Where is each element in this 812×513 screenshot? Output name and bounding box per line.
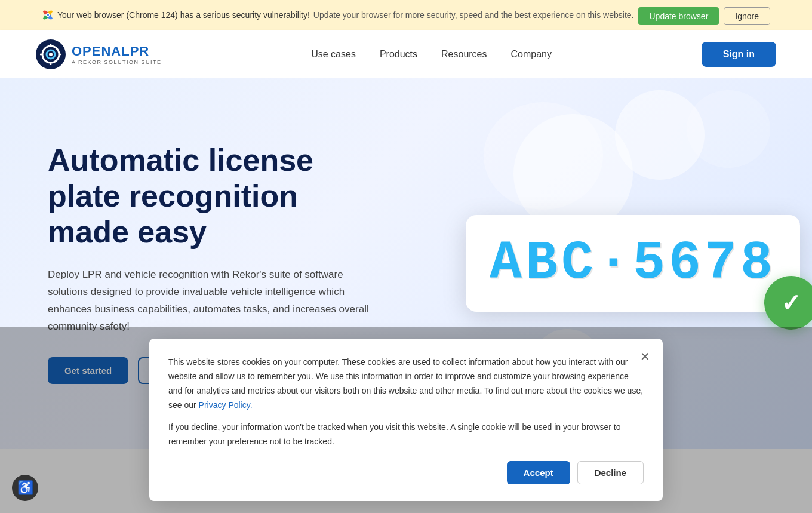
logo-icon — [36, 39, 66, 69]
update-browser-button[interactable]: Update browser — [638, 7, 719, 25]
svg-point-11 — [687, 90, 770, 168]
checkmark-badge — [764, 276, 812, 330]
logo-text: OPENALPR A REKOR SOLUTION SUITE — [72, 44, 162, 65]
nav-company[interactable]: Company — [511, 49, 552, 60]
cookie-close-button[interactable]: ✕ — [636, 348, 653, 365]
signin-button[interactable]: Sign in — [702, 42, 776, 67]
security-banner: Your web browser (Chrome 124) has a seri… — [0, 0, 812, 30]
logo[interactable]: OPENALPR A REKOR SOLUTION SUITE — [36, 39, 162, 69]
cookie-text-2: If you decline, your information won't b… — [168, 420, 644, 449]
blob-decoration-2 — [681, 84, 776, 174]
cookie-text-1: This website stores cookies on your comp… — [168, 355, 644, 412]
nav-products[interactable]: Products — [380, 49, 417, 60]
chrome-icon — [42, 9, 54, 21]
hero-description: Deploy LPR and vehicle recognition with … — [48, 266, 382, 336]
security-detail-text: Update your browser for more security, s… — [313, 10, 634, 20]
logo-name: OPENALPR — [72, 44, 162, 59]
plate-text: ABC·5678 — [490, 233, 776, 294]
blob-decoration — [478, 96, 609, 216]
ignore-button[interactable]: Ignore — [724, 7, 770, 25]
logo-subtitle: A REKOR SOLUTION SUITE — [72, 59, 162, 65]
privacy-policy-link[interactable]: Privacy Policy. — [199, 400, 253, 410]
nav-use-cases[interactable]: Use cases — [311, 49, 356, 60]
nav-resources[interactable]: Resources — [441, 49, 487, 60]
hero-title: Automatic license plate recognition made… — [48, 143, 382, 250]
svg-point-1 — [47, 14, 49, 16]
svg-point-10 — [484, 102, 603, 210]
cookie-overlay: ✕ This website stores cookies on your co… — [0, 327, 812, 449]
license-plate-card: ABC·5678 — [466, 215, 800, 312]
svg-point-5 — [49, 53, 53, 56]
security-warning-text: Your web browser (Chrome 124) has a seri… — [57, 10, 310, 20]
navbar: OPENALPR A REKOR SOLUTION SUITE Use case… — [0, 30, 812, 78]
nav-links: Use cases Products Resources Company — [311, 49, 552, 60]
cookie-banner: ✕ This website stores cookies on your co… — [149, 339, 663, 449]
